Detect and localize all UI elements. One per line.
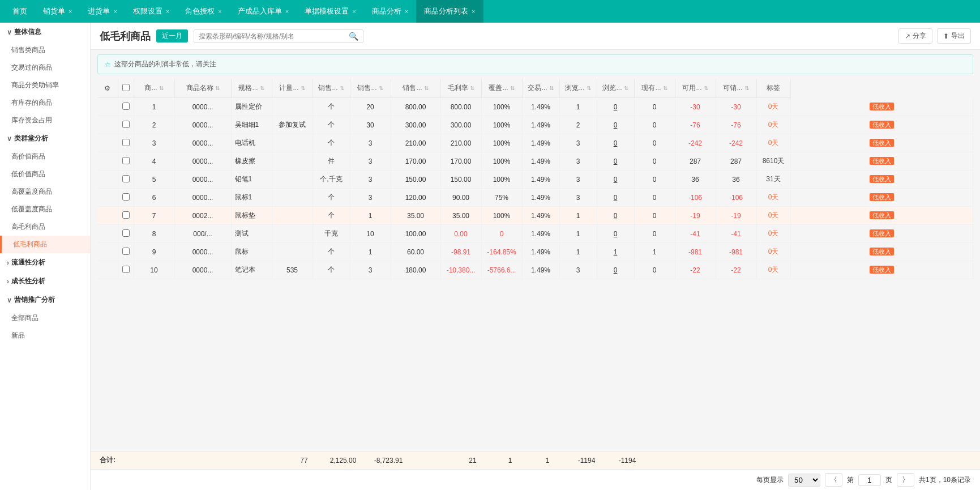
nav-close-icon[interactable]: × (166, 8, 169, 15)
col-gross-rate[interactable]: 毛利率⇅ (440, 79, 481, 98)
row-checkbox[interactable] (122, 229, 130, 237)
nav-purchase-order[interactable]: 进货单 × (80, 0, 125, 23)
sidebar-item-low-coverage[interactable]: 低覆盖度商品 (0, 201, 90, 218)
sidebar-item-high-value[interactable]: 高价值商品 (0, 148, 90, 165)
nav-product-analysis[interactable]: 商品分析 × (364, 0, 416, 23)
cell-checkbox[interactable] (118, 134, 134, 152)
cell-checkbox[interactable] (118, 189, 134, 207)
nav-close-icon[interactable]: × (285, 8, 289, 15)
cell-checkbox[interactable] (118, 225, 134, 243)
select-all-checkbox[interactable] (122, 84, 130, 91)
sidebar-group-title-circulation[interactable]: › 流通性分析 (0, 253, 90, 272)
cell-browse1[interactable]: 0 (597, 261, 634, 279)
row-checkbox[interactable] (122, 193, 130, 201)
cell-browse1[interactable]: 0 (597, 152, 634, 171)
cell-browse1[interactable]: 0 (597, 189, 634, 207)
cell-stock: -76 (675, 116, 716, 134)
sidebar-item-traded-products[interactable]: 交易过的商品 (0, 59, 90, 76)
page-size-select[interactable]: 50 100 (788, 474, 820, 487)
col-coverage[interactable]: 覆盖...⇅ (481, 79, 522, 98)
nav-close-icon[interactable]: × (113, 8, 117, 15)
cell-browse1[interactable]: 0 (597, 171, 634, 189)
nav-product-analysis-list[interactable]: 商品分析列表 × (416, 0, 483, 23)
sidebar-item-low-value[interactable]: 低价值商品 (0, 165, 90, 183)
sidebar-group-title-growth[interactable]: › 成长性分析 (0, 272, 90, 291)
sidebar-group-title-cluster[interactable]: ∨ 类群堂分析 (0, 129, 90, 148)
sidebar-item-stock-capital[interactable]: 库存资金占用 (0, 112, 90, 129)
nav-product-entry[interactable]: 产成品入库单 × (230, 0, 297, 23)
cell-browse1[interactable]: 0 (597, 98, 634, 116)
share-button[interactable]: ↗ 分享 (898, 28, 932, 44)
sidebar-item-high-profit[interactable]: 高毛利商品 (0, 218, 90, 236)
nav-close-icon[interactable]: × (472, 8, 475, 15)
col-spec[interactable]: 规格...⇅ (231, 79, 272, 98)
footer-cells: 77 2,125.00 -8,723.91 21 1 1 -1194 -1194 (127, 457, 971, 465)
sidebar-group-title-overview[interactable]: ∨ 整体信息 (0, 23, 90, 41)
cell-checkbox[interactable] (118, 116, 134, 134)
nav-close-icon[interactable]: × (352, 8, 356, 15)
col-sales-qty[interactable]: 销售...⇅ (313, 79, 350, 98)
nav-sales-order[interactable]: 销货单 × (35, 0, 80, 23)
row-checkbox[interactable] (122, 157, 130, 164)
nav-role-auth[interactable]: 角色授权 × (177, 0, 229, 23)
col-browse2[interactable]: 浏览...⇅ (597, 79, 634, 98)
search-input[interactable] (199, 32, 349, 40)
row-checkbox[interactable] (122, 121, 130, 128)
sidebar-item-new-products[interactable]: 新品 (0, 327, 90, 344)
cell-checkbox[interactable] (118, 98, 134, 116)
col-name[interactable]: 商品名称⇅ (174, 79, 231, 98)
cell-checkbox[interactable] (118, 152, 134, 171)
cell-checkbox[interactable] (118, 171, 134, 189)
cell-browse2: 0 (634, 189, 675, 207)
prev-page-button[interactable]: 〈 (825, 473, 842, 487)
nav-home[interactable]: 首页 (5, 0, 35, 23)
cell-sales-price: 120.00 (391, 189, 440, 207)
cell-browse1[interactable]: 1 (597, 243, 634, 261)
cell-no: 10 (134, 261, 174, 279)
row-checkbox[interactable] (122, 211, 130, 219)
row-checkbox[interactable] (122, 175, 130, 182)
col-current-stock[interactable]: 现有...⇅ (634, 79, 675, 98)
sidebar-item-low-profit[interactable]: 低毛利商品 (0, 236, 90, 253)
page-number-input[interactable] (858, 474, 881, 486)
cell-browse1[interactable]: 0 (597, 134, 634, 152)
cell-browse1[interactable]: 0 (597, 207, 634, 225)
row-checkbox[interactable] (122, 139, 130, 146)
col-browse1[interactable]: 浏览...⇅ (559, 79, 597, 98)
nav-close-icon[interactable]: × (405, 8, 408, 15)
col-sales-profit[interactable]: 销售...⇅ (391, 79, 440, 98)
sidebar-item-category-sales[interactable]: 商品分类助销率 (0, 76, 90, 94)
row-checkbox[interactable] (122, 266, 130, 273)
export-button[interactable]: ⬆ 导出 (937, 28, 971, 44)
sidebar-item-stocked-products[interactable]: 有库存的商品 (0, 94, 90, 112)
cell-checkbox[interactable] (118, 243, 134, 261)
col-available[interactable]: 可用...⇅ (675, 79, 716, 98)
cell-no: 4 (134, 152, 174, 171)
sidebar-item-all-products[interactable]: 全部商品 (0, 309, 90, 327)
sidebar-item-sales-products[interactable]: 销售类商品 (0, 41, 90, 59)
nav-template-settings[interactable]: 单据模板设置 × (297, 0, 363, 23)
cell-checkbox[interactable] (118, 207, 134, 225)
share-icon: ↗ (905, 32, 910, 40)
filter-button[interactable]: 近一月 (156, 29, 188, 42)
nav-close-icon[interactable]: × (69, 8, 72, 15)
search-box[interactable]: 🔍 (194, 29, 363, 43)
col-unit[interactable]: 计量...⇅ (272, 79, 313, 98)
cell-browse1[interactable]: 0 (597, 225, 634, 243)
col-code[interactable]: 商...⇅ (134, 79, 174, 98)
nav-close-icon[interactable]: × (218, 8, 221, 15)
next-page-button[interactable]: 〉 (897, 473, 914, 487)
cell-browse1[interactable]: 0 (597, 116, 634, 134)
row-checkbox[interactable] (122, 103, 130, 110)
cell-checkbox[interactable] (118, 261, 134, 279)
col-trade[interactable]: 交易...⇅ (522, 79, 559, 98)
col-saleable[interactable]: 可销...⇅ (716, 79, 756, 98)
col-checkbox[interactable] (118, 79, 134, 98)
cell-available: -242 (716, 134, 756, 152)
row-checkbox[interactable] (122, 248, 130, 255)
col-sales-price[interactable]: 销售...⇅ (350, 79, 391, 98)
sidebar-group-title-marketing[interactable]: ∨ 营销推广分析 (0, 291, 90, 309)
nav-permission[interactable]: 权限设置 × (125, 0, 177, 23)
col-settings[interactable]: ⚙ (97, 79, 118, 98)
sidebar-item-high-coverage[interactable]: 高覆盖度商品 (0, 183, 90, 201)
